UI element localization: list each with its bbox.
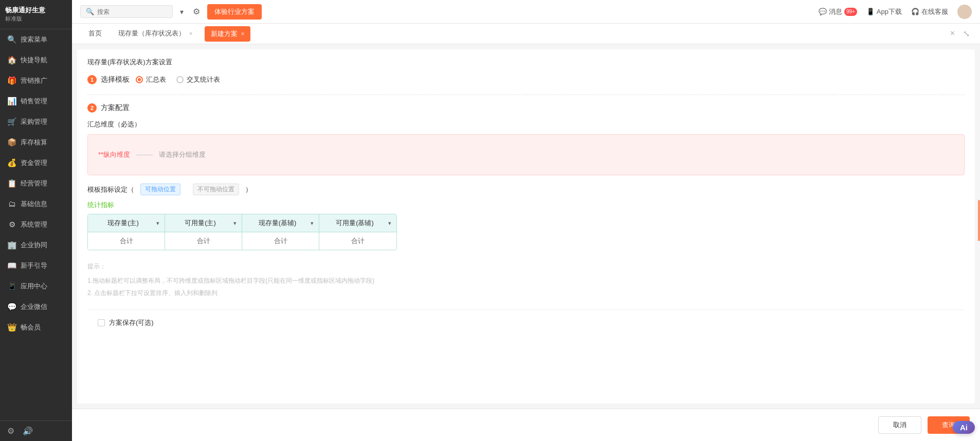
sidebar-item-label: 经营管理 [21, 179, 47, 188]
app-edition: 标准版 [5, 15, 67, 23]
sidebar-item-inventory[interactable]: 📦 库存核算 [0, 132, 72, 153]
stats-col-arrow-0[interactable]: ▾ [156, 220, 159, 227]
trial-button[interactable]: 体验行业方案 [207, 4, 262, 20]
tab-home-label: 首页 [88, 29, 102, 38]
tab-inventory-status[interactable]: 现存量（库存状况表） × [110, 24, 202, 44]
tab-new-plan-label: 新建方案 [211, 29, 238, 39]
step2-section: 2 方案配置 汇总维度（必选） **纵向维度 —— 请选择分组维度 [87, 103, 965, 299]
message-icon: 💬 [819, 8, 827, 15]
topbar-gear-icon[interactable]: ⚙ [191, 5, 202, 19]
stats-col-arrow-3[interactable]: ▾ [388, 220, 391, 227]
search-icon: 🔍 [7, 35, 16, 44]
cart-icon: 🛒 [7, 117, 16, 126]
ai-badge[interactable]: Ai [953, 421, 975, 434]
sidebar-item-label: 资金管理 [21, 158, 47, 168]
sidebar-item-system[interactable]: ⚙ 系统管理 [0, 214, 72, 235]
step1-badge: 1 [87, 75, 97, 84]
tab-home[interactable]: 首页 [80, 24, 110, 44]
sidebar-logo: 畅康通好生意 标准版 [0, 0, 72, 29]
chat-icon: 💬 [7, 302, 16, 311]
sidebar-item-marketing[interactable]: 🎁 营销推广 [0, 70, 72, 91]
mobile-icon: 📱 [7, 282, 16, 291]
dimension-line: —— [136, 150, 153, 159]
stats-col-header-3[interactable]: 可用量(基辅) ▾ [319, 214, 396, 232]
user-avatar[interactable] [957, 5, 972, 19]
tab-inventory-close-icon[interactable]: × [188, 29, 193, 38]
crown-icon: 👑 [7, 323, 16, 332]
download-icon: 📱 [866, 8, 875, 15]
sidebar-item-new-guide[interactable]: 📖 新手引导 [0, 255, 72, 276]
chart-icon: 📊 [7, 97, 16, 106]
sidebar-item-label: 畅会员 [21, 323, 41, 332]
message-button[interactable]: 💬 消息 99+ [819, 7, 857, 16]
stats-col-arrow-2[interactable]: ▾ [311, 220, 314, 227]
stats-body-cell-3: 合计 [319, 232, 396, 250]
stats-col-header-2[interactable]: 现存量(基辅) ▾ [242, 214, 319, 232]
radio-cross[interactable]: 交叉统计表 [176, 75, 220, 84]
stats-col-header-0[interactable]: 现存量(主) ▾ [88, 214, 165, 232]
radio-summary[interactable]: 汇总表 [136, 75, 166, 84]
right-scrollbar [978, 200, 980, 241]
search-icon: 🔍 [86, 8, 94, 15]
dropdown-arrow-icon[interactable]: ▾ [178, 6, 186, 18]
step2-badge: 2 [87, 103, 97, 113]
dimension-area[interactable]: **纵向维度 —— 请选择分组维度 [87, 134, 965, 175]
dimension-required-text: *纵向维度 [101, 151, 130, 158]
stats-col-label-1: 可用量(主) [170, 218, 230, 228]
sidebar-item-finance[interactable]: 💰 资金管理 [0, 153, 72, 173]
tabs-expand-icon[interactable]: ⤡ [961, 27, 972, 41]
indicators-label: 模板指标设定（ 可拖动位置 不可拖动位置 ） [87, 183, 965, 195]
stats-col-label-0: 现存量(主) [93, 218, 153, 228]
radio-cross-label: 交叉统计表 [187, 75, 220, 84]
sidebar-item-enterprise-wechat[interactable]: 💬 企业微信 [0, 297, 72, 317]
sidebar-item-app-center[interactable]: 📱 应用中心 [0, 276, 72, 297]
sidebar-item-label: 应用中心 [21, 282, 47, 291]
step2-title: 方案配置 [101, 103, 130, 113]
divider-1 [87, 95, 965, 95]
app-download-button[interactable]: 📱 App下载 [866, 7, 902, 16]
gift-icon: 🎁 [7, 76, 16, 85]
non-draggable-tag: 不可拖动位置 [193, 183, 239, 195]
tips-item-0: 1.拖动标题栏可以调整布局，不可跨维度或指标区域拖动栏目字段(只能在同一维度或指… [87, 274, 965, 287]
main-area: 🔍 ▾ ⚙ 体验行业方案 💬 消息 99+ 📱 App下载 🎧 在线客服 [72, 0, 980, 441]
topbar-right: 💬 消息 99+ 📱 App下载 🎧 在线客服 [819, 5, 972, 19]
stats-col-arrow-1[interactable]: ▾ [233, 220, 237, 227]
tips-item-1: 2. 点击标题栏下拉可设置排序、插入列和删除列 [87, 287, 965, 299]
cancel-button[interactable]: 取消 [878, 416, 921, 434]
sidebar-item-sales[interactable]: 📊 销售管理 [0, 91, 72, 112]
tabs-collapse-icon[interactable]: × [948, 27, 957, 41]
tab-new-plan[interactable]: 新建方案 × [205, 26, 250, 42]
sidebar-item-label: 基础信息 [21, 199, 47, 209]
draggable-tag: 可拖动位置 [140, 183, 180, 195]
stats-table-body: 合计 合计 合计 合计 [88, 232, 396, 250]
stats-body-cell-1: 合计 [165, 232, 242, 250]
sidebar-item-label: 采购管理 [21, 117, 47, 126]
sidebar: 畅康通好生意 标准版 🔍 搜索菜单 🏠 快捷导航 🎁 营销推广 📊 销售管理 🛒… [0, 0, 72, 441]
online-service-button[interactable]: 🎧 在线客服 [911, 7, 948, 16]
indicators-config-prefix: 模板指标设定（ [87, 185, 134, 194]
sidebar-item-purchase[interactable]: 🛒 采购管理 [0, 112, 72, 132]
search-input[interactable] [97, 8, 164, 15]
sidebar-item-basic-info[interactable]: 🗂 基础信息 [0, 194, 72, 214]
audio-bottom-icon[interactable]: 🔊 [23, 426, 33, 436]
indicators-config: 模板指标设定（ 可拖动位置 不可拖动位置 ） 统计指标 现存量(主) [87, 183, 965, 299]
settings-bottom-icon[interactable]: ⚙ [7, 426, 14, 436]
topbar: 🔍 ▾ ⚙ 体验行业方案 💬 消息 99+ 📱 App下载 🎧 在线客服 [72, 0, 980, 24]
indicators-config-suffix: ） [245, 185, 252, 194]
stats-col-header-1[interactable]: 可用量(主) ▾ [165, 214, 242, 232]
sidebar-item-member[interactable]: 👑 畅会员 [0, 317, 72, 338]
stats-table: 现存量(主) ▾ 可用量(主) ▾ 现存量(基辅) ▾ [87, 214, 397, 250]
sidebar-item-label: 系统管理 [21, 220, 47, 229]
tips-text-0: 1.拖动标题栏可以调整布局，不可跨维度或指标区域拖动栏目字段(只能在同一维度或指… [87, 274, 374, 287]
topbar-search-box[interactable]: 🔍 [80, 5, 173, 18]
headset-icon: 🎧 [911, 8, 919, 15]
sidebar-item-enterprise[interactable]: 🏢 企业协同 [0, 235, 72, 255]
tab-new-close-icon[interactable]: × [241, 30, 244, 38]
sidebar-item-search[interactable]: 🔍 搜索菜单 [0, 29, 72, 50]
message-badge: 99+ [844, 8, 857, 16]
sidebar-item-quick-nav[interactable]: 🏠 快捷导航 [0, 50, 72, 70]
save-checkbox[interactable] [98, 319, 105, 326]
footer: 取消 查询 [72, 409, 980, 441]
sidebar-item-operation[interactable]: 📋 经营管理 [0, 173, 72, 194]
building-icon: 🏢 [7, 241, 16, 250]
